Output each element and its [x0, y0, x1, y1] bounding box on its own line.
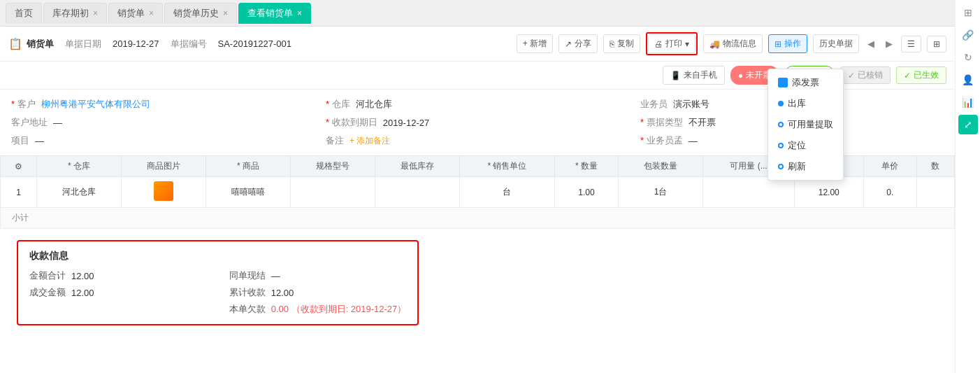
row-min-stock	[375, 177, 459, 208]
list-view-button[interactable]: ☰	[901, 36, 921, 52]
row-image	[122, 177, 206, 208]
tab-home[interactable]: 首页	[6, 3, 42, 24]
radio-icon-available	[778, 122, 784, 127]
print-highlight-box: 🖨 打印 ▾	[646, 32, 698, 55]
phone-icon: 📱	[670, 71, 681, 80]
prev-icon[interactable]: ◀	[865, 37, 877, 50]
logistics-icon: 🚚	[709, 39, 720, 49]
row-pack-qty: 1台	[619, 177, 703, 208]
date-label: 单据日期	[65, 38, 101, 50]
total-amount-label: 金额合计	[29, 269, 66, 282]
tab-view-sales[interactable]: 查看销货单 ×	[238, 3, 311, 24]
print-button[interactable]: 🖨 打印 ▾	[648, 34, 696, 53]
tab-bar: 首页 库存期初 × 销货单 × 销货单历史 × 查看销货单 × ×	[0, 0, 980, 27]
plus-icon: +	[350, 136, 354, 146]
toolbar: + 新增 ↗ 分享 ⎘ 复制 🖨 打印 ▾	[517, 32, 946, 55]
sidebar-link-icon[interactable]: 🔗	[958, 25, 978, 45]
doc-header: 📋 销货单 单据日期 2019-12-27 单据编号 SA-20191227-0…	[0, 27, 955, 62]
sidebar-expand-icon[interactable]: ⤢	[958, 115, 978, 134]
tab-view-close[interactable]: ×	[297, 8, 302, 18]
total-amount-value: 12.00	[71, 271, 94, 281]
copy-button[interactable]: ⎘ 复制	[603, 34, 640, 53]
refresh-item[interactable]: 刷新	[768, 156, 843, 177]
same-order-label: 同单现结	[229, 269, 266, 282]
check-icon-effective: ✓	[904, 71, 911, 80]
col-gear[interactable]: ⚙	[1, 156, 37, 177]
effective-label: 已生效	[914, 69, 939, 81]
summary-section: 收款信息 金额合计 12.00 同单现结 — 成交金额 12.00	[17, 240, 419, 325]
effective-badge[interactable]: ✓ 已生效	[896, 66, 946, 84]
cumulative-value: 12.00	[271, 288, 294, 298]
tab-sales-history[interactable]: 销货单历史 ×	[164, 3, 237, 24]
transaction-value: 12.00	[71, 288, 94, 298]
biz-salesperson-value: —	[689, 136, 698, 146]
row-quantity: 1.00	[554, 177, 618, 208]
tab-view-label: 查看销货单	[247, 7, 293, 20]
customer-label: 客户	[11, 98, 36, 111]
tab-sales-order[interactable]: 销货单 ×	[108, 3, 163, 24]
table-row: 1 河北仓库 嘻嘻嘻嘻 台 1.00 1台 12.00 0.	[1, 177, 955, 208]
col-amount: 数	[916, 156, 954, 177]
project-value: —	[35, 136, 44, 146]
biz-salesperson-label: 业务员孟	[640, 134, 683, 147]
share-icon: ↗	[565, 39, 572, 49]
from-phone-button[interactable]: 📱 来自手机	[663, 66, 725, 85]
warehouse-row: 仓库 河北仓库	[326, 98, 629, 111]
sidebar-table-icon[interactable]: 📊	[958, 92, 978, 112]
customer-row: 客户 柳州粤港平安气体有限公司	[11, 98, 315, 111]
check-icon-cancelled: ✓	[848, 71, 855, 80]
add-invoice-item[interactable]: 添发票	[768, 72, 843, 93]
print-dropdown-icon: ▾	[685, 39, 689, 49]
locate-label: 定位	[788, 139, 806, 152]
number-label: 单据编号	[171, 38, 207, 50]
sidebar-grid-icon[interactable]: ⊞	[958, 3, 978, 22]
op-icon: ⊞	[774, 39, 781, 49]
new-button[interactable]: + 新增	[517, 34, 553, 53]
from-phone-label: 来自手机	[684, 69, 717, 81]
cancelled-label: 已核销	[858, 69, 883, 81]
row-spec	[291, 177, 375, 208]
checkbox-icon	[778, 78, 788, 87]
operation-button[interactable]: ⊞ 操作	[768, 34, 807, 53]
warehouse-label: 仓库	[326, 98, 350, 111]
logistics-button[interactable]: 🚚 物流信息	[703, 34, 763, 53]
share-label: 分享	[575, 38, 591, 50]
history-button[interactable]: 历史单据	[813, 34, 859, 53]
summary-grid: 金额合计 12.00 同单现结 — 成交金额 12.00 累计收款 12.00	[29, 269, 406, 316]
balance-row: 本单欠款 0.00 （收款到期日: 2019-12-27）	[229, 303, 407, 316]
grid-view-button[interactable]: ⊞	[927, 36, 946, 52]
project-label: 项目	[11, 134, 29, 147]
locate-item[interactable]: 定位	[768, 135, 843, 156]
col-warehouse: * 仓库	[37, 156, 122, 177]
address-value: —	[53, 118, 62, 128]
transaction-amount-row: 成交金额 12.00	[29, 286, 207, 299]
tab-sales-close[interactable]: ×	[149, 8, 154, 18]
row-current-stock: 12.00	[794, 177, 863, 208]
row-index: 1	[1, 177, 37, 208]
outbound-label: 出库	[788, 97, 806, 110]
outbound-item[interactable]: 出库	[768, 93, 843, 114]
add-invoice-label: 添发票	[792, 76, 819, 89]
tab-inventory-init[interactable]: 库存期初 ×	[43, 3, 107, 24]
cancelled-badge[interactable]: ✓ 已核销	[840, 66, 891, 84]
share-button[interactable]: ↗ 分享	[559, 34, 598, 53]
tab-inventory-close[interactable]: ×	[93, 8, 98, 18]
tab-inventory-label: 库存期初	[52, 7, 89, 20]
radio-icon-outbound	[778, 101, 784, 106]
add-note-button[interactable]: + 添加备注	[350, 135, 390, 147]
subtotal-label: 小计	[1, 208, 955, 229]
new-label: + 新增	[523, 38, 547, 50]
doc-title: 📋 销货单	[8, 37, 54, 50]
available-qty-item[interactable]: 可用量提取	[768, 114, 843, 135]
doc-type-icon: 📋	[8, 37, 22, 50]
next-icon[interactable]: ▶	[883, 37, 895, 50]
address-label: 客户地址	[11, 116, 48, 129]
tab-history-close[interactable]: ×	[223, 8, 228, 18]
sidebar-rotate-icon[interactable]: ↻	[958, 48, 978, 67]
customer-value[interactable]: 柳州粤港平安气体有限公司	[41, 98, 150, 111]
row-sales-unit: 台	[459, 177, 554, 208]
invoice-type-value: 不开票	[689, 116, 716, 129]
sidebar-user-icon[interactable]: 👤	[958, 70, 978, 90]
radio-icon-locate	[778, 143, 784, 148]
col-pack-qty: 包装数量	[619, 156, 703, 177]
